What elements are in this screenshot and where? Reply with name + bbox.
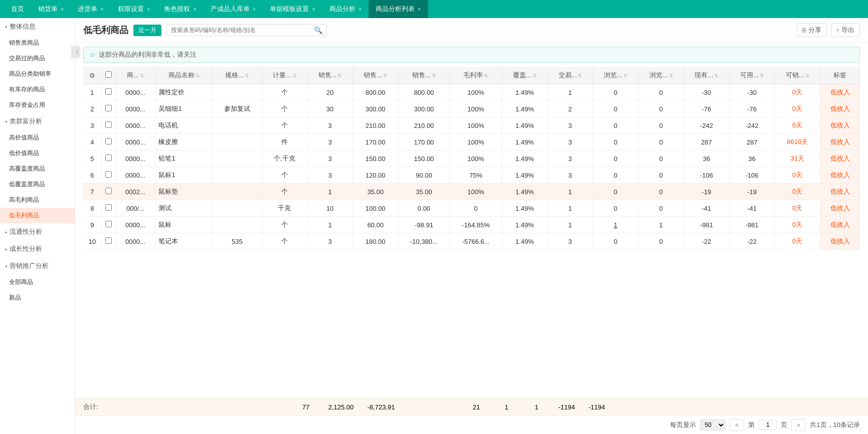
search-icon[interactable]: 🔍: [314, 26, 322, 34]
row-trade: 2: [548, 101, 593, 117]
nav-permission-close[interactable]: ×: [147, 6, 150, 12]
row-sales1: 3: [307, 117, 353, 134]
nav-template-close[interactable]: ×: [312, 6, 315, 12]
row-sales3: 800.00: [398, 84, 450, 101]
th-view2[interactable]: 浏览...⇅: [638, 67, 684, 84]
row-checkbox-cell[interactable]: [101, 167, 115, 184]
table-header-row: ⚙ 商...⇅ 商品名称⇅ 规格...⇅ 计量...⇅ 销售...⇅ 销售...…: [83, 67, 860, 84]
row-checkbox-cell[interactable]: [101, 101, 115, 117]
sidebar-item-low-value[interactable]: 低价值商品: [0, 146, 75, 161]
th-stock2[interactable]: 可用...⇅: [729, 67, 775, 84]
row-view1: 0: [593, 151, 638, 167]
row-view2: 0: [638, 84, 684, 101]
next-page-button[interactable]: ＞: [791, 419, 806, 431]
sidebar-group-marketing[interactable]: ▾ 营销推广分析: [0, 257, 75, 274]
sidebar-item-high-margin[interactable]: 高毛利商品: [0, 192, 75, 208]
row-unit: 个: [262, 167, 307, 184]
th-unit[interactable]: 计量...⇅: [262, 67, 307, 84]
row-checkbox-cell[interactable]: [101, 217, 115, 233]
sidebar-item-category-sales-rate[interactable]: 商品分类助销率: [0, 66, 75, 82]
nav-home[interactable]: 首页: [4, 0, 31, 18]
sidebar-item-stocked-products[interactable]: 有库存的商品: [0, 82, 75, 97]
row-trade: 3: [548, 233, 593, 250]
row-checkbox-cell[interactable]: [101, 184, 115, 200]
row-view1[interactable]: 1: [593, 217, 638, 233]
row-checkbox[interactable]: [105, 204, 112, 211]
nav-template[interactable]: 单据模板设置 ×: [263, 0, 322, 18]
row-stock2: 287: [729, 134, 775, 151]
sidebar-group-cluster[interactable]: ▾ 类群富分析: [0, 113, 75, 130]
export-button[interactable]: ↑ 导出: [831, 23, 860, 37]
row-sales2: 120.00: [353, 167, 398, 184]
row-checkbox-cell[interactable]: [101, 134, 115, 151]
row-checkbox[interactable]: [105, 188, 112, 194]
row-checkbox[interactable]: [105, 155, 112, 161]
select-all-checkbox[interactable]: [105, 71, 112, 78]
th-sales2[interactable]: 销售...⇅: [353, 67, 398, 84]
row-checkbox-cell[interactable]: [101, 84, 115, 101]
sidebar-group-flow[interactable]: ▸ 流通性分析: [0, 223, 75, 240]
th-coverage[interactable]: 覆盖...⇅: [502, 67, 548, 84]
row-checkbox[interactable]: [105, 171, 112, 178]
th-view1[interactable]: 浏览...⇅: [593, 67, 638, 84]
nav-sales[interactable]: 销货单 ×: [31, 0, 71, 18]
sidebar-group-growth[interactable]: ▸ 成长性分析: [0, 240, 75, 257]
period-button[interactable]: 近一月: [133, 25, 161, 36]
nav-product-analysis-close[interactable]: ×: [359, 6, 362, 12]
row-checkbox[interactable]: [105, 221, 112, 227]
sidebar-collapse-button[interactable]: 《: [71, 46, 80, 58]
nav-product-analysis-list-close[interactable]: ×: [418, 6, 421, 12]
search-input[interactable]: [171, 27, 311, 34]
row-checkbox[interactable]: [105, 138, 112, 144]
sidebar-item-sales-products[interactable]: 销售类商品: [0, 35, 75, 51]
row-checkbox[interactable]: [105, 88, 112, 95]
th-trade[interactable]: 交易...⇅: [548, 67, 593, 84]
prev-page-button[interactable]: ＜: [730, 419, 744, 431]
row-checkbox-cell[interactable]: [101, 151, 115, 167]
th-spec[interactable]: 规格...⇅: [213, 67, 262, 84]
nav-purchase-close[interactable]: ×: [100, 6, 103, 12]
th-stock3[interactable]: 可销...⇅: [775, 67, 820, 84]
th-checkbox[interactable]: [101, 67, 115, 84]
per-page-select[interactable]: 50 100 200: [700, 419, 726, 430]
sidebar-item-high-value[interactable]: 高价值商品: [0, 130, 75, 146]
row-no: 6: [83, 167, 101, 184]
nav-product-entry[interactable]: 产成品入库单 ×: [204, 0, 263, 18]
nav-permission[interactable]: 权限设置 ×: [111, 0, 157, 18]
th-sales1[interactable]: 销售...⇅: [307, 67, 353, 84]
sidebar-item-new-products[interactable]: 新品: [0, 290, 75, 306]
row-checkbox[interactable]: [105, 105, 112, 111]
row-coverage: 1.49%: [502, 217, 548, 233]
row-checkbox-cell[interactable]: [101, 233, 115, 250]
nav-purchase[interactable]: 进货单 ×: [71, 0, 110, 18]
row-checkbox-cell[interactable]: [101, 117, 115, 134]
sidebar-item-all-products[interactable]: 全部商品: [0, 274, 75, 290]
th-margin[interactable]: 毛利率⇅: [450, 67, 502, 84]
row-checkbox[interactable]: [105, 237, 112, 244]
nav-product-entry-close[interactable]: ×: [253, 6, 256, 12]
nav-role-close[interactable]: ×: [193, 6, 196, 12]
th-name[interactable]: 商品名称⇅: [155, 67, 213, 84]
th-tag[interactable]: 标签: [820, 67, 860, 84]
th-code[interactable]: 商...⇅: [115, 67, 155, 84]
sidebar-group-overall[interactable]: ▾ 整体信息: [0, 18, 75, 35]
row-checkbox-cell[interactable]: [101, 200, 115, 217]
sidebar-item-low-coverage[interactable]: 低覆盖度商品: [0, 177, 75, 192]
row-checkbox[interactable]: [105, 121, 112, 128]
th-sales3[interactable]: 销售...⇅: [398, 67, 450, 84]
sidebar-item-traded-products[interactable]: 交易过的商品: [0, 51, 75, 66]
nav-role[interactable]: 角色授权 ×: [157, 0, 203, 18]
page-number-input[interactable]: [759, 420, 777, 430]
nav-product-analysis[interactable]: 商品分析 ×: [322, 0, 369, 18]
row-margin: 100%: [450, 101, 502, 117]
sidebar-item-inventory-capital[interactable]: 库存资金占用: [0, 97, 75, 113]
total-records: 共1页，10条记录: [810, 420, 860, 429]
search-box: 🔍: [166, 24, 327, 36]
nav-sales-close[interactable]: ×: [61, 6, 64, 12]
share-button[interactable]: ⎘ 分享: [797, 23, 827, 37]
th-stock1[interactable]: 现有...⇅: [684, 67, 730, 84]
sidebar-item-low-margin[interactable]: 低毛利商品: [0, 208, 75, 223]
nav-product-analysis-list[interactable]: 商品分析列表 ×: [369, 0, 428, 18]
th-settings[interactable]: ⚙: [83, 67, 101, 84]
sidebar-item-high-coverage[interactable]: 高覆盖度商品: [0, 161, 75, 177]
